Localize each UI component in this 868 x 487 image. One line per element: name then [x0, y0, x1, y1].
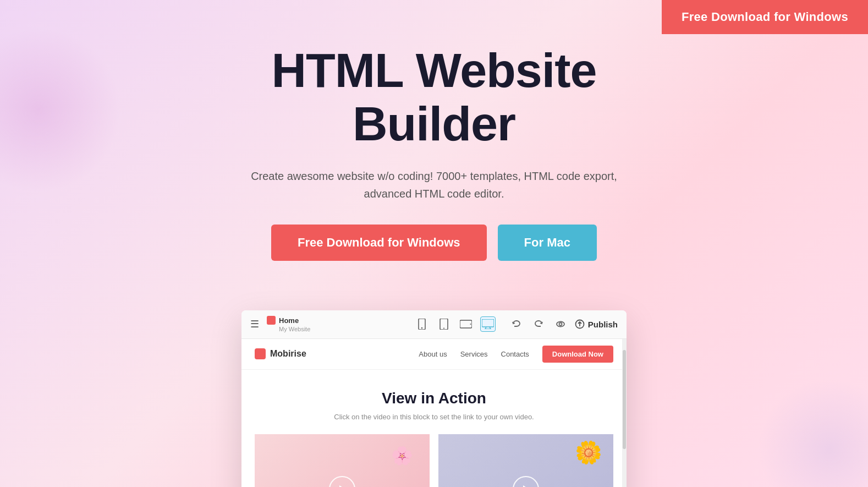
nav-link-contacts[interactable]: Contacts [501, 350, 529, 358]
hero-buttons: Free Download for Windows For Mac [0, 225, 868, 261]
app-preview-wrapper: ☰ Home My Website [0, 310, 868, 487]
video-thumb-1[interactable]: 🌸 [255, 434, 430, 487]
inner-content: View in Action Click on the video in thi… [241, 370, 627, 487]
flower-decoration-2: 🌼 [575, 440, 602, 466]
video-card-2: 🌼 🤲 Video Description [438, 434, 613, 487]
svg-point-3 [443, 328, 444, 329]
publish-button[interactable]: Publish [575, 319, 618, 329]
play-button-2[interactable] [513, 476, 539, 487]
inner-nav-links: About us Services Contacts Download Now [419, 346, 613, 363]
undo-icon[interactable] [509, 316, 524, 332]
hero-title: HTML Website Builder [0, 44, 868, 151]
video-card-1: 🌸 Video Description [255, 434, 430, 487]
svg-marker-14 [523, 485, 529, 487]
hero-section: HTML Website Builder Create awesome webs… [0, 0, 868, 310]
brand-icon [255, 348, 266, 359]
app-scrollbar[interactable] [622, 339, 627, 487]
inner-download-button[interactable]: Download Now [542, 346, 613, 363]
nav-link-about[interactable]: About us [419, 350, 447, 358]
preview-icon[interactable] [553, 316, 568, 332]
inner-page-title: View in Action [255, 390, 613, 407]
svg-point-5 [470, 324, 471, 325]
download-windows-button[interactable]: Free Download for Windows [271, 225, 487, 261]
page-name: Home [267, 316, 310, 325]
video-grid: 🌸 Video Description 🌼 [255, 434, 613, 487]
app-window: ☰ Home My Website [241, 310, 627, 487]
svg-point-1 [421, 327, 422, 329]
app-topbar: ☰ Home My Website [241, 310, 627, 339]
svg-marker-13 [339, 485, 345, 487]
device-desktop-icon[interactable] [480, 316, 496, 332]
download-mac-button[interactable]: For Mac [498, 225, 597, 261]
scrollbar-thumb [623, 350, 626, 449]
topbar-actions: Publish [509, 316, 618, 332]
device-tablet-landscape-icon[interactable] [458, 316, 474, 332]
inner-page-subtitle: Click on the video in this block to set … [255, 413, 613, 421]
device-tablet-portrait-icon[interactable] [436, 316, 452, 332]
nav-link-services[interactable]: Services [460, 350, 488, 358]
device-icons-group [414, 316, 496, 332]
menu-icon[interactable]: ☰ [250, 318, 259, 330]
svg-point-11 [559, 323, 562, 326]
redo-icon[interactable] [531, 316, 546, 332]
video-thumb-2[interactable]: 🌼 🤲 [438, 434, 613, 487]
hero-subtitle: Create awesome website w/o coding! 7000+… [247, 167, 621, 203]
page-icon [267, 316, 276, 325]
flower-decoration-1: 🌸 [391, 445, 413, 466]
svg-rect-6 [482, 319, 494, 327]
play-button-1[interactable] [329, 476, 355, 487]
top-cta-button[interactable]: Free Download for Windows [662, 0, 868, 34]
inner-navbar: Mobirise About us Services Contacts Down… [241, 339, 627, 370]
site-name: My Website [267, 326, 310, 332]
inner-page-preview: Mobirise About us Services Contacts Down… [241, 339, 627, 487]
inner-brand: Mobirise [255, 348, 306, 359]
page-info: Home My Website [267, 316, 310, 332]
device-phone-icon[interactable] [414, 316, 430, 332]
